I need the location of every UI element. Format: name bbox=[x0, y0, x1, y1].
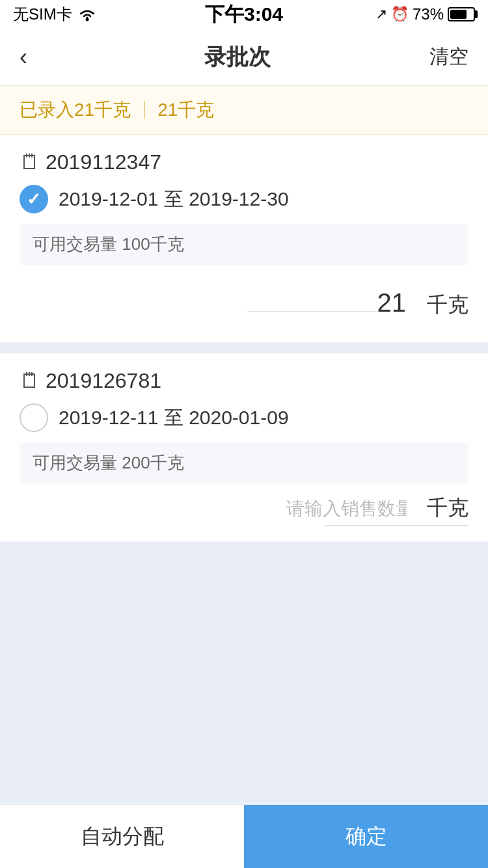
batch-checkbox-1[interactable] bbox=[20, 185, 48, 213]
location-icon: ↗ bbox=[375, 6, 387, 23]
status-bar: 无SIM卡 下午3:04 ↗ ⏰ 73% bbox=[0, 0, 488, 29]
section-separator-1 bbox=[0, 343, 488, 353]
clear-button[interactable]: 清空 bbox=[416, 44, 468, 70]
quantity-unit-2: 千克 bbox=[427, 494, 468, 522]
batch-quantity-value-1: 21 bbox=[377, 288, 407, 318]
auto-distribute-button[interactable]: 自动分配 bbox=[0, 805, 244, 868]
batch-quantity-unit-1: 千克 bbox=[427, 291, 468, 319]
page-title: 录批次 bbox=[204, 42, 271, 72]
doc-icon-1: 🗒 bbox=[20, 150, 40, 174]
batch-header-2: 🗒 2019126781 bbox=[20, 369, 468, 393]
batch-checkbox-2[interactable] bbox=[20, 403, 48, 432]
input-underline-2 bbox=[325, 525, 468, 526]
summary-bar: 已录入21千克 21千克 bbox=[0, 86, 488, 135]
section-separator-2 bbox=[0, 543, 488, 803]
batch-date-2: 2019-12-11 至 2020-01-09 bbox=[59, 405, 289, 431]
recorded-summary: 已录入21千克 bbox=[20, 98, 131, 122]
svg-point-0 bbox=[85, 18, 88, 21]
nav-bar: ‹ 录批次 清空 bbox=[0, 29, 488, 86]
bottom-bar: 自动分配 确定 bbox=[0, 804, 488, 868]
batch-header-1: 🗒 2019112347 bbox=[20, 150, 468, 174]
batch-card-1: 🗒 2019112347 2019-12-01 至 2019-12-30 可用交… bbox=[0, 135, 488, 342]
battery-percent: 73% bbox=[413, 5, 444, 23]
battery-icon bbox=[448, 7, 475, 21]
batch-date-1: 2019-12-01 至 2019-12-30 bbox=[59, 186, 289, 213]
carrier-text: 无SIM卡 bbox=[13, 4, 72, 25]
quantity-input-2[interactable] bbox=[286, 496, 416, 520]
total-summary: 21千克 bbox=[157, 98, 214, 122]
back-button[interactable]: ‹ bbox=[20, 44, 59, 71]
batch-row-1: 2019-12-01 至 2019-12-30 bbox=[20, 185, 468, 213]
batch-id-1: 2019112347 bbox=[46, 150, 161, 174]
doc-icon-2: 🗒 bbox=[20, 369, 40, 393]
batch-card-2: 🗒 2019126781 2019-12-11 至 2020-01-09 可用交… bbox=[0, 353, 488, 541]
batch-input-divider-1 bbox=[247, 311, 377, 312]
status-carrier: 无SIM卡 bbox=[13, 4, 97, 25]
status-indicators: ↗ ⏰ 73% bbox=[375, 5, 475, 23]
batch-avail-2: 可用交易量 200千克 bbox=[20, 442, 468, 483]
batch-input-area-2: 千克 bbox=[20, 494, 468, 526]
confirm-button[interactable]: 确定 bbox=[244, 805, 488, 868]
batch-row-2: 2019-12-11 至 2020-01-09 bbox=[20, 403, 468, 432]
alarm-icon: ⏰ bbox=[391, 6, 409, 23]
summary-divider bbox=[144, 101, 144, 119]
wifi-icon bbox=[77, 7, 97, 21]
batch-id-2: 2019126781 bbox=[46, 369, 161, 393]
batch-avail-1: 可用交易量 100千克 bbox=[20, 224, 468, 265]
batch-quantity-row-1: 21 千克 bbox=[20, 275, 468, 326]
status-time: 下午3:04 bbox=[205, 1, 283, 28]
